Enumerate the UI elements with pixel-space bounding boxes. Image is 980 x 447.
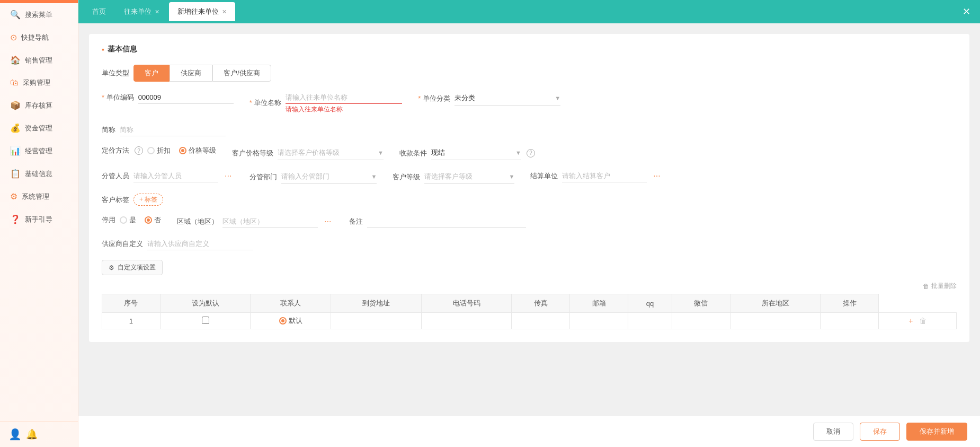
td-phone <box>512 313 570 329</box>
td-default-radio: 默认 <box>251 313 331 329</box>
sidebar-item-operations[interactable]: 📊 经营管理 <box>0 139 78 162</box>
payment-terms-select[interactable]: 现结 ▼ <box>431 146 521 160</box>
unit-category-select[interactable]: 未分类 ▼ <box>455 91 560 106</box>
tabs-bar: 首页 往来单位 ✕ 新增往来单位 ✕ ✕ <box>78 0 980 23</box>
sidebar-item-guide[interactable]: ❓ 新手引导 <box>0 208 78 231</box>
region-label: 区域（地区） <box>177 217 218 226</box>
dept-label: 分管部门 <box>250 172 277 182</box>
region-field: 区域（地区） ··· <box>177 215 333 228</box>
tag-add-button[interactable]: + 标签 <box>133 194 163 206</box>
sidebar-item-system[interactable]: ⚙ 系统管理 <box>0 185 78 208</box>
region-input[interactable] <box>222 215 318 228</box>
td-wechat <box>730 313 821 329</box>
table-header-row: 序号 设为默认 联系人 到货地址 电话号码 传真 邮箱 qq 微信 所在地区 操… <box>102 294 957 313</box>
main-area: 首页 往来单位 ✕ 新增往来单位 ✕ ✕ ▪ 基本信息 单位类型 <box>78 0 980 447</box>
region-more-btn[interactable]: ··· <box>322 217 333 226</box>
customer-level-select[interactable]: 请选择客户等级 ▼ <box>424 170 514 184</box>
sidebar-item-quicknav[interactable]: ⊙ 快捷导航 <box>0 26 78 49</box>
row-default-radio[interactable]: 默认 <box>256 316 325 326</box>
operations-icon: 📊 <box>10 146 21 156</box>
payment-terms-field: 收款条件 现结 ▼ ? <box>399 146 535 160</box>
sidebar: 🔍 搜索菜单 ⊙ 快捷导航 🏠 销售管理 🛍 采购管理 📦 库存核算 💰 资金管… <box>0 0 78 447</box>
tab-partner-list-label: 往来单位 <box>124 7 152 16</box>
customer-level-label: 客户等级 <box>393 172 420 182</box>
save-new-button[interactable]: 保存并新增 <box>906 423 967 441</box>
disabled-field: 停用 是 否 <box>102 215 161 225</box>
pricing-radio-discount[interactable]: 折扣 <box>147 146 171 155</box>
quicknav-icon: ⊙ <box>10 32 17 42</box>
notification-icon[interactable]: 🔔 <box>26 428 38 440</box>
sidebar-item-label: 经营管理 <box>25 146 52 156</box>
th-seq: 序号 <box>102 294 161 313</box>
payment-terms-arrow: ▼ <box>515 150 521 156</box>
supervisor-label: 分管人员 <box>102 171 129 181</box>
row-del-btn[interactable]: 🗑 <box>917 317 929 325</box>
unit-category-label: 单位分类 <box>418 94 450 103</box>
th-contact: 联系人 <box>251 294 331 313</box>
supervisor-input[interactable] <box>133 170 218 182</box>
unit-btn-customer[interactable]: 客户 <box>133 65 170 82</box>
sidebar-item-sales[interactable]: 🏠 销售管理 <box>0 49 78 72</box>
unit-btn-both[interactable]: 客户/供应商 <box>212 65 271 82</box>
supplier-custom-field: 供应商自定义 <box>102 238 253 250</box>
disabled-radio-yes[interactable]: 是 <box>120 215 136 225</box>
supervisor-more-btn[interactable]: ··· <box>222 171 234 181</box>
sidebar-item-basics[interactable]: 📋 基础信息 <box>0 162 78 185</box>
sidebar-item-label: 销售管理 <box>25 56 52 65</box>
code-name-row: 单位编码 单位名称 请输入往来单位名称 单位分类 未分类 ▼ <box>102 91 957 114</box>
customer-price-level-label: 客户价格等级 <box>232 148 273 158</box>
content-area: ▪ 基本信息 单位类型 客户 供应商 客户/供应商 单位编码 <box>78 23 980 416</box>
disabled-radio-no[interactable]: 否 <box>145 215 161 225</box>
sidebar-item-label: 基础信息 <box>25 169 52 179</box>
tab-new-partner-close[interactable]: ✕ <box>222 9 227 15</box>
row-checkbox[interactable] <box>202 317 209 324</box>
pricing-row: 定价方法 ? 折扣 价格等级 客户价格等级 <box>102 146 957 160</box>
remark-input[interactable] <box>367 215 526 228</box>
sidebar-item-purchase[interactable]: 🛍 采购管理 <box>0 72 78 94</box>
sidebar-item-label: 资金管理 <box>25 124 52 133</box>
settlement-unit-field: 结算单位 ··· <box>530 170 662 182</box>
dept-field: 分管部门 请输入分管部门 ▼ <box>250 170 377 184</box>
radio-discount-circle <box>147 147 155 154</box>
sidebar-item-inventory[interactable]: 📦 库存核算 <box>0 94 78 117</box>
customer-level-field: 客户等级 请选择客户等级 ▼ <box>393 170 514 184</box>
tab-partner-list-close[interactable]: ✕ <box>155 9 159 15</box>
table-row: 1 默认 <box>102 313 957 329</box>
tab-partner-list[interactable]: 往来单位 ✕ <box>115 2 168 21</box>
sidebar-item-label: 快捷导航 <box>21 33 49 42</box>
cancel-button[interactable]: 取消 <box>813 423 853 441</box>
unit-code-input[interactable] <box>138 91 234 104</box>
save-button[interactable]: 保存 <box>860 423 900 441</box>
pricing-method-label: 定价方法 <box>102 146 129 155</box>
form-card: ▪ 基本信息 单位类型 客户 供应商 客户/供应商 单位编码 <box>89 34 969 342</box>
settlement-more-btn[interactable]: ··· <box>651 171 662 181</box>
unit-type-row: 单位类型 客户 供应商 客户/供应商 <box>102 65 957 82</box>
batch-delete-wrap: 🗑 批量删除 <box>102 282 957 291</box>
settlement-unit-input[interactable] <box>562 170 647 182</box>
pricing-help-icon[interactable]: ? <box>135 146 143 155</box>
dept-select[interactable]: 请输入分管部门 ▼ <box>281 170 377 184</box>
payment-help-icon[interactable]: ? <box>527 149 535 157</box>
unit-name-input[interactable] <box>286 91 402 104</box>
supplier-custom-label: 供应商自定义 <box>102 239 143 249</box>
th-fax: 传真 <box>512 294 570 313</box>
sidebar-item-finance[interactable]: 💰 资金管理 <box>0 117 78 139</box>
pricing-radio-level[interactable]: 价格等级 <box>179 146 216 155</box>
payment-terms-val: 现结 <box>431 148 515 157</box>
row-add-btn[interactable]: + <box>906 317 915 325</box>
supervisor-field: 分管人员 ··· <box>102 170 234 182</box>
sidebar-item-search[interactable]: 🔍 搜索菜单 <box>0 3 78 26</box>
custom-settings-button[interactable]: ⚙ 自定义项设置 <box>102 260 163 275</box>
search-icon: 🔍 <box>10 10 21 20</box>
supplier-custom-input[interactable] <box>147 238 253 250</box>
customer-price-level-select[interactable]: 请选择客户价格等级 ▼ <box>278 146 384 160</box>
window-close-btn[interactable]: ✕ <box>958 4 975 20</box>
contact-table-body: 1 默认 <box>102 313 957 329</box>
unit-btn-supplier[interactable]: 供应商 <box>170 65 212 82</box>
tab-new-partner[interactable]: 新增往来单位 ✕ <box>169 2 235 21</box>
batch-delete-button[interactable]: 🗑 批量删除 <box>923 282 957 291</box>
td-fax <box>570 313 628 329</box>
customer-level-val: 请选择客户等级 <box>424 172 509 181</box>
abbr-input[interactable] <box>120 124 226 136</box>
tab-home[interactable]: 首页 <box>84 2 114 21</box>
